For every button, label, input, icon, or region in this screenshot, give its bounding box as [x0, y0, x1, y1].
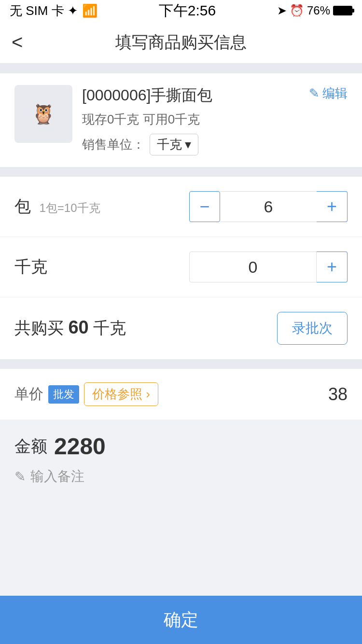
record-batch-button[interactable]: 录批次 [277, 312, 348, 345]
price-text: 单价 [14, 384, 43, 404]
divider-top [0, 64, 362, 73]
chevron-down-icon: ▾ [185, 137, 191, 152]
product-image: 🦉 [14, 85, 72, 143]
nav-bar: < 填写商品购买信息 [0, 21, 362, 64]
divider-price [0, 359, 362, 369]
price-label: 单价 批发 价格参照 › [14, 382, 158, 406]
wholesale-badge: 批发 [48, 385, 79, 404]
status-time: 下午2:56 [159, 1, 216, 21]
amount-section: 金额 2280 ✎ 输入备注 [0, 420, 362, 493]
kg-row: 千克 + [0, 237, 362, 297]
package-decrement-button[interactable]: − [189, 191, 220, 222]
spacer [0, 493, 362, 596]
product-card: 🦉 [0000006]手撕面包 现存0千克 可用0千克 销售单位： 千克 ▾ ✎… [0, 73, 362, 167]
product-unit-row: 销售单位： 千克 ▾ [82, 134, 348, 155]
status-bar: 无 SIM 卡 ✦ 📶 下午2:56 ➤ ⏰ 76% [0, 0, 362, 21]
package-quantity-control: − + [189, 191, 348, 222]
status-right: ➤ ⏰ 76% [277, 4, 352, 17]
status-left: 无 SIM 卡 ✦ 📶 [10, 2, 97, 19]
remark-placeholder[interactable]: 输入备注 [30, 467, 84, 486]
sim-text: 无 SIM 卡 ✦ [10, 2, 78, 19]
package-label: 包 1包=10千克 [14, 196, 189, 218]
page-title: 填写商品购买信息 [115, 31, 247, 54]
package-text: 包 [14, 197, 31, 215]
battery-text: 76% [307, 4, 330, 17]
price-reference-button[interactable]: 价格参照 › [84, 382, 158, 406]
total-amount: 60 [68, 317, 88, 337]
amount-label: 金额 [14, 435, 47, 458]
battery-icon [333, 6, 352, 15]
unit-label: 销售单位： [82, 136, 145, 153]
kg-label: 千克 [14, 256, 189, 278]
back-button[interactable]: < [12, 31, 23, 53]
pencil-icon: ✎ [14, 469, 26, 485]
product-stock: 现存0千克 可用0千克 [82, 111, 348, 128]
input-section: 包 1包=10千克 − + 千克 + [0, 177, 362, 297]
location-icon: ➤ [277, 4, 287, 17]
price-value: 38 [328, 384, 348, 405]
package-increment-button[interactable]: + [317, 191, 348, 222]
total-row: 共购买 60 千克 录批次 [0, 297, 362, 359]
wifi-icon: 📶 [82, 3, 97, 18]
amount-value: 2280 [54, 433, 106, 460]
confirm-button[interactable]: 确定 [0, 596, 362, 644]
total-prefix: 共购买 [14, 319, 64, 337]
package-hint: 1包=10千克 [39, 201, 100, 214]
unit-select[interactable]: 千克 ▾ [150, 134, 198, 155]
kg-quantity-control: + [189, 252, 348, 282]
alarm-icon: ⏰ [290, 4, 304, 17]
total-suffix: 千克 [93, 319, 126, 337]
remark-row[interactable]: ✎ 输入备注 [14, 467, 348, 486]
divider-middle [0, 167, 362, 177]
edit-icon: ✎ [309, 86, 320, 101]
kg-increment-button[interactable]: + [317, 252, 348, 282]
amount-row: 金额 2280 [14, 433, 348, 460]
price-section: 单价 批发 价格参照 › 38 [0, 369, 362, 420]
edit-label: 编辑 [322, 85, 348, 102]
package-row: 包 1包=10千克 − + [0, 177, 362, 237]
edit-button[interactable]: ✎ 编辑 [309, 85, 348, 102]
package-quantity-input[interactable] [220, 191, 317, 222]
product-name: [0000006]手撕面包 [82, 85, 348, 106]
unit-value: 千克 [157, 136, 182, 153]
product-logo-icon: 🦉 [31, 103, 56, 126]
product-info: [0000006]手撕面包 现存0千克 可用0千克 销售单位： 千克 ▾ [82, 85, 348, 155]
kg-quantity-input[interactable] [189, 252, 317, 282]
total-text: 共购买 60 千克 [14, 317, 126, 339]
